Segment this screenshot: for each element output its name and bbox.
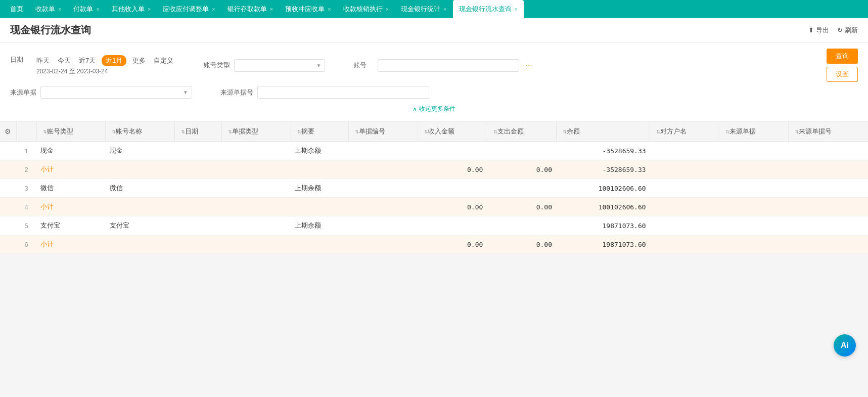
cell-doc-no	[349, 235, 418, 254]
column-doc_no[interactable]: ⇅单据编号	[349, 122, 418, 142]
date-option-近1月[interactable]: 近1月	[102, 55, 126, 66]
nav-item-其他收入单[interactable]: 其他收入单×	[106, 0, 157, 18]
column-doc_type[interactable]: ⇅单据类型	[221, 122, 291, 142]
close-icon[interactable]: ×	[96, 6, 99, 12]
nav-item-首页[interactable]: 首页	[4, 0, 29, 18]
date-option-近7天[interactable]: 近7天	[77, 55, 98, 66]
date-option-昨天[interactable]: 昨天	[34, 55, 52, 66]
close-icon[interactable]: ×	[270, 6, 273, 12]
column-balance[interactable]: ⇅余额	[556, 122, 650, 142]
cell-doc-no	[349, 216, 418, 235]
column-rownum	[16, 122, 36, 142]
source-doc-label: 来源单据	[10, 88, 36, 97]
cell-source-doc-no	[788, 235, 868, 254]
cell-income	[418, 216, 487, 235]
column-account_type[interactable]: ⇅账号类型	[36, 122, 106, 142]
account-more-button[interactable]: ···	[523, 61, 534, 70]
close-icon[interactable]: ×	[148, 6, 151, 12]
column-summary[interactable]: ⇅摘要	[291, 122, 349, 142]
nav-item-银行存取款单[interactable]: 银行存取款单×	[221, 0, 279, 18]
cell-date	[174, 179, 221, 198]
account-type-label: 账号类型	[204, 61, 230, 70]
close-icon[interactable]: ×	[443, 6, 446, 12]
cell-source-doc	[719, 216, 788, 235]
date-option-更多[interactable]: 更多	[130, 55, 148, 66]
refresh-button[interactable]: ↻ 刷新	[837, 26, 858, 35]
date-option-今天[interactable]: 今天	[56, 55, 73, 66]
column-income[interactable]: ⇅收入金额	[418, 122, 487, 142]
cell-counterparty	[650, 198, 719, 216]
date-option-自定义[interactable]: 自定义	[152, 55, 175, 66]
cell-income: 0.00	[418, 160, 487, 179]
account-type-select[interactable]	[234, 59, 325, 72]
header-actions: ⬆ 导出 ↻ 刷新	[808, 26, 858, 35]
cell-summary: 上期余额	[291, 179, 349, 198]
column-expense[interactable]: ⇅支出金额	[487, 122, 556, 142]
collapse-label: 收起更多条件	[419, 105, 455, 113]
export-icon: ⬆	[808, 26, 814, 34]
nav-item-预收冲应收单[interactable]: 预收冲应收单×	[279, 0, 337, 18]
nav-item-付款单[interactable]: 付款单×	[67, 0, 105, 18]
cell-account-name	[106, 198, 175, 216]
column-source_doc_no[interactable]: ⇅来源单据号	[788, 122, 868, 142]
cell-balance: -3528659.33	[556, 160, 650, 179]
gear-icon[interactable]: ⚙	[5, 127, 11, 136]
date-options-row: 昨天今天近7天近1月更多自定义	[34, 55, 175, 66]
collapse-bar[interactable]: ∧ 收起更多条件	[10, 103, 858, 115]
table-header: ⚙⇅账号类型⇅账号名称⇅日期⇅单据类型⇅摘要⇅单据编号⇅收入金额⇅支出金额⇅余额…	[0, 122, 868, 142]
nav-item-收款单[interactable]: 收款单×	[29, 0, 67, 18]
sort-icon: ⇅	[795, 129, 799, 135]
close-icon[interactable]: ×	[515, 6, 518, 12]
row-settings-cell	[0, 179, 16, 198]
nav-item-应收应付调整单[interactable]: 应收应付调整单×	[157, 0, 221, 18]
table-row: 5支付宝支付宝上期余额19871073.60	[0, 216, 868, 235]
export-button[interactable]: ⬆ 导出	[808, 26, 829, 35]
cell-account-type: 支付宝	[36, 216, 106, 235]
column-account_name[interactable]: ⇅账号名称	[106, 122, 175, 142]
nav-item-现金银行流水查询[interactable]: 现金银行流水查询×	[453, 0, 524, 18]
nav-item-收款核销执行[interactable]: 收款核销执行×	[337, 0, 395, 18]
column-date[interactable]: ⇅日期	[174, 122, 221, 142]
table-row: 4小计0.000.00100102606.60	[0, 198, 868, 216]
cell-date	[174, 198, 221, 216]
column-counterparty[interactable]: ⇅对方户名	[650, 122, 719, 142]
nav-item-现金银行统计[interactable]: 现金银行统计×	[395, 0, 452, 18]
refresh-label: 刷新	[845, 26, 858, 35]
close-icon[interactable]: ×	[212, 6, 215, 12]
cell-doc-no	[349, 198, 418, 216]
sort-icon: ⇅	[181, 129, 185, 135]
account-filter: 账号 ···	[353, 59, 534, 72]
cell-counterparty	[650, 160, 719, 179]
cell-date	[174, 216, 221, 235]
table-body: 1现金现金上期余额-3528659.332小计0.000.00-3528659.…	[0, 142, 868, 254]
cell-expense: 0.00	[487, 160, 556, 179]
sort-icon: ⇅	[725, 129, 729, 135]
column-settings[interactable]: ⚙	[0, 122, 16, 142]
date-filter-group: 日期 昨天今天近7天近1月更多自定义 2023-02-24 至 2023-03-…	[10, 55, 175, 76]
cell-balance: 19871073.60	[556, 235, 650, 254]
cell-expense: 0.00	[487, 198, 556, 216]
close-icon[interactable]: ×	[328, 6, 331, 12]
cell-counterparty	[650, 142, 719, 160]
settings-button[interactable]: 设置	[827, 67, 858, 82]
sort-icon: ⇅	[43, 129, 47, 135]
cell-account-type: 微信	[36, 179, 106, 198]
query-button[interactable]: 查询	[827, 49, 858, 64]
account-input[interactable]	[378, 59, 519, 72]
row-number: 3	[16, 179, 36, 198]
source-doc-no-input[interactable]	[257, 86, 429, 99]
row-number: 6	[16, 235, 36, 254]
cell-income	[418, 142, 487, 160]
date-options-group: 昨天今天近7天近1月更多自定义 2023-02-24 至 2023-03-24	[34, 55, 175, 76]
close-icon[interactable]: ×	[58, 6, 61, 12]
cell-source-doc	[719, 198, 788, 216]
cell-income	[418, 179, 487, 198]
column-source_doc[interactable]: ⇅来源单据	[719, 122, 788, 142]
cell-summary: 上期余额	[291, 216, 349, 235]
cell-account-type: 小计	[36, 198, 106, 216]
cell-date	[174, 235, 221, 254]
source-doc-select[interactable]	[40, 86, 192, 99]
cell-source-doc	[719, 160, 788, 179]
sort-icon: ⇅	[355, 129, 359, 135]
close-icon[interactable]: ×	[386, 6, 389, 12]
